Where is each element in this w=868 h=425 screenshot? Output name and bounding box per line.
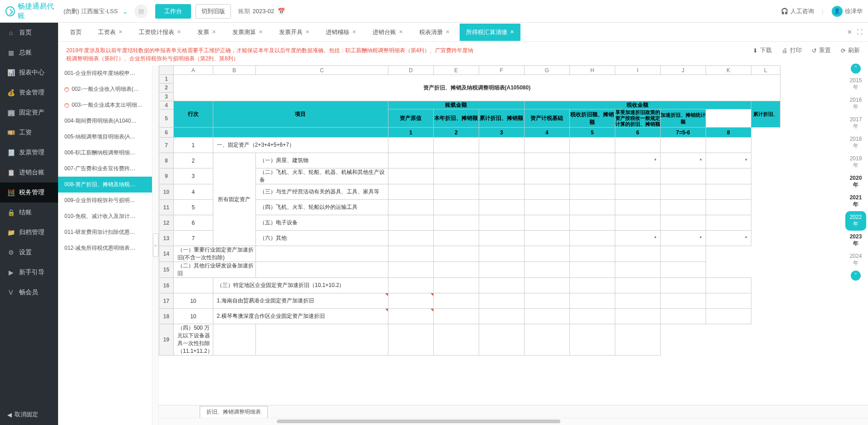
cell[interactable] bbox=[615, 215, 660, 231]
close-icon[interactable]: ✕ bbox=[259, 29, 263, 35]
cell[interactable] bbox=[524, 293, 569, 309]
close-all-icon[interactable]: ✕ bbox=[847, 29, 852, 35]
cell[interactable] bbox=[388, 168, 433, 184]
row-hdr[interactable]: 19 bbox=[159, 324, 174, 356]
sidebar-item-0[interactable]: ⌂首页 bbox=[0, 23, 58, 43]
form-item-3[interactable]: 004-期间费用明细表(A1040… bbox=[58, 113, 152, 129]
form-item-6[interactable]: 007-广告费和业务宣传费跨… bbox=[58, 161, 152, 177]
sidebar-item-2[interactable]: 📊报表中心 bbox=[0, 63, 58, 83]
cell[interactable] bbox=[569, 246, 615, 262]
col-G[interactable]: G bbox=[524, 66, 569, 75]
cell[interactable] bbox=[479, 246, 524, 262]
year-2024年[interactable]: 2024年 bbox=[845, 250, 866, 270]
cell[interactable] bbox=[213, 324, 255, 356]
cell[interactable] bbox=[388, 293, 433, 309]
cell[interactable] bbox=[479, 262, 524, 278]
cell[interactable] bbox=[706, 200, 751, 215]
cell[interactable] bbox=[388, 231, 433, 246]
form-item-2[interactable]: 003-一般企业成本支出明细… bbox=[58, 97, 152, 113]
close-icon[interactable]: ✕ bbox=[446, 29, 450, 35]
row-hdr[interactable]: 12 bbox=[159, 215, 174, 231]
workbench-button[interactable]: 工作台 bbox=[155, 4, 191, 19]
col-A[interactable]: A bbox=[174, 66, 213, 75]
form-item-9[interactable]: 010-免税、减计收入及加计… bbox=[58, 208, 152, 224]
row-hdr[interactable]: 16 bbox=[159, 278, 174, 293]
cell[interactable] bbox=[388, 138, 433, 153]
col-E[interactable]: E bbox=[433, 66, 479, 75]
close-icon[interactable]: ✕ bbox=[212, 29, 216, 35]
cell[interactable] bbox=[433, 184, 479, 200]
year-2016年[interactable]: 2016年 bbox=[845, 94, 866, 114]
expand-icon[interactable]: ⛶ bbox=[857, 29, 863, 35]
cell[interactable] bbox=[615, 184, 660, 200]
form-item-1[interactable]: 002-一般企业收入明细表(… bbox=[58, 81, 152, 97]
cell[interactable] bbox=[388, 246, 433, 262]
tab-0[interactable]: 首页 bbox=[64, 24, 88, 41]
col-D[interactable]: D bbox=[388, 66, 433, 75]
close-icon[interactable]: ✕ bbox=[352, 29, 356, 35]
company-selector[interactable]: (勿删) 江西服宝-LSS ⌄ bbox=[64, 7, 128, 15]
sidebar-item-10[interactable]: 📁归档管理 bbox=[0, 222, 58, 242]
tab-7[interactable]: 进销台账✕ bbox=[366, 24, 409, 41]
cell[interactable] bbox=[524, 309, 569, 324]
year-2015年[interactable]: 2015年 bbox=[845, 74, 866, 94]
cell[interactable] bbox=[433, 168, 479, 184]
period-value[interactable]: 2023-02 bbox=[253, 8, 275, 15]
cell[interactable] bbox=[706, 293, 751, 309]
cell[interactable] bbox=[479, 278, 524, 293]
cell[interactable] bbox=[569, 138, 615, 153]
cell[interactable] bbox=[569, 231, 615, 246]
cell[interactable] bbox=[433, 200, 479, 215]
cell[interactable] bbox=[479, 153, 524, 168]
cell[interactable] bbox=[479, 200, 524, 215]
unpin-button[interactable]: ◀ 取消固定 bbox=[0, 404, 58, 425]
cell[interactable] bbox=[388, 324, 433, 356]
cell[interactable] bbox=[660, 293, 706, 309]
cell[interactable] bbox=[433, 309, 479, 324]
col-C[interactable]: C bbox=[255, 66, 388, 75]
cell[interactable] bbox=[569, 200, 615, 215]
cell[interactable] bbox=[660, 262, 706, 278]
tab-1[interactable]: 工资表✕ bbox=[92, 24, 129, 41]
year-2020年[interactable]: 2020年 bbox=[845, 172, 866, 192]
cell[interactable] bbox=[479, 184, 524, 200]
tab-9[interactable]: 所得税汇算清缴✕ bbox=[460, 24, 520, 41]
row-hdr[interactable]: 7 bbox=[159, 138, 174, 153]
cell[interactable] bbox=[524, 200, 569, 215]
sidebar-item-11[interactable]: ⚙设置 bbox=[0, 242, 58, 262]
form-item-11[interactable]: 012-减免所得税优惠明细表… bbox=[58, 240, 152, 256]
cell[interactable] bbox=[615, 309, 660, 324]
cell[interactable] bbox=[433, 215, 479, 231]
cell[interactable] bbox=[660, 215, 706, 231]
year-2019年[interactable]: 2019年 bbox=[845, 153, 866, 172]
cell[interactable] bbox=[615, 324, 660, 356]
sidebar-item-7[interactable]: 📋进销台账 bbox=[0, 163, 58, 183]
sidebar-item-4[interactable]: 🏢固定资产 bbox=[0, 103, 58, 123]
cell[interactable] bbox=[706, 168, 751, 184]
col-J[interactable]: J bbox=[660, 66, 706, 75]
cell[interactable] bbox=[433, 153, 479, 168]
row-hdr[interactable]: 10 bbox=[159, 184, 174, 200]
cell[interactable] bbox=[479, 168, 524, 184]
cell[interactable] bbox=[660, 138, 706, 153]
col-H[interactable]: H bbox=[569, 66, 615, 75]
cell[interactable] bbox=[706, 309, 751, 324]
row-hdr[interactable]: 11 bbox=[159, 200, 174, 215]
sidebar-item-9[interactable]: 🔒结账 bbox=[0, 203, 58, 222]
cell[interactable] bbox=[660, 246, 706, 262]
form-item-5[interactable]: 006-职工薪酬纳税调整明细… bbox=[58, 145, 152, 161]
cell[interactable] bbox=[706, 278, 751, 293]
cell[interactable] bbox=[660, 184, 706, 200]
close-icon[interactable]: ✕ bbox=[399, 29, 403, 35]
cell[interactable] bbox=[706, 138, 751, 153]
cell[interactable] bbox=[479, 293, 524, 309]
cell[interactable] bbox=[660, 278, 706, 293]
cell[interactable]: * bbox=[615, 153, 660, 168]
cell[interactable]: * bbox=[615, 231, 660, 246]
col-I[interactable]: I bbox=[615, 66, 660, 75]
cell[interactable] bbox=[433, 278, 479, 293]
cell[interactable] bbox=[388, 278, 433, 293]
reset-button[interactable]: ↺重置 bbox=[812, 46, 831, 54]
cell[interactable] bbox=[524, 231, 569, 246]
cell[interactable] bbox=[433, 324, 479, 356]
